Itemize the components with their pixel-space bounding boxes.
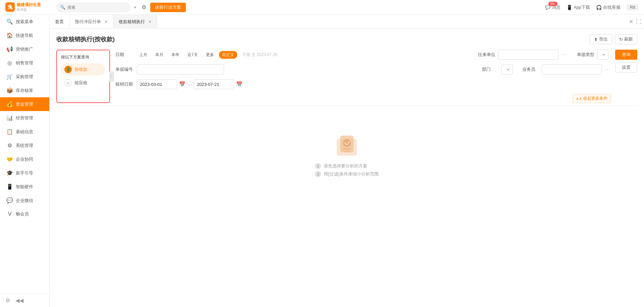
search-input[interactable] [67,5,126,10]
doc-no-input[interactable] [137,64,224,74]
message-button[interactable]: 💬 消息 99+ [545,4,560,10]
doc-type-label: 单据类型 [577,52,594,58]
date-last-7[interactable]: 近7天 [184,51,201,59]
sidebar-item-tutorial[interactable]: 🎓 新手引导 [0,166,49,180]
export-button[interactable]: ⬆ 导出 [590,34,612,44]
filter-collapse-btn[interactable]: 》 [109,71,114,82]
app-icon: 📱 [567,5,572,10]
sidebar-item-marketing[interactable]: 📢 营销推广 [0,42,49,56]
verify-date-end-calendar-icon[interactable]: 📅 [236,81,243,87]
verify-date-range: 📅 — 📅 [137,79,243,89]
sidebar-collapse-icon[interactable]: ◀◀ [15,297,23,304]
sidebar-label-marketing: 营销推广 [16,46,33,52]
search-box[interactable]: 🔍 [56,3,130,12]
hint-num-1: 1 [315,163,321,169]
filter-toggle-button[interactable]: ∧∧ 收起更多条件 [572,94,611,103]
operation-icon: 📊 [6,115,13,121]
export-icon: ⬆ [594,37,598,42]
tab-receipt-verify-close-icon[interactable]: ✕ [148,19,152,24]
query-button[interactable]: 查询 [615,50,637,60]
search-chevron-icon[interactable]: ▾ [134,5,136,10]
hint-text-2: 用[过滤]条件来缩小分析范围 [324,171,378,177]
quick-nav-icon: 🏠 [6,32,13,39]
date-custom[interactable]: 自定义 [219,51,237,59]
hardware-icon: 📱 [6,184,13,190]
tab-prepay[interactable]: 预付冲应付单 ✕ [69,15,113,29]
filter-settings-button[interactable]: 设置 [615,62,637,72]
app-download-button[interactable]: 📱 App下载 [567,4,590,10]
tab-receipt-verify[interactable]: 收款核销执行 ✕ [113,15,157,29]
sidebar-item-hardware[interactable]: 📱 智能硬件 [0,180,49,194]
svg-rect-4 [344,151,350,152]
system-icon: ⚙ [6,142,13,149]
refresh-button[interactable]: ↻ 刷新 [615,34,637,44]
sidebar-item-inventory[interactable]: 📦 库存核算 [0,84,49,97]
verify-date-start-calendar-icon[interactable]: 📅 [179,81,185,87]
settings-icon[interactable]: ⚙ [142,4,146,10]
sidebar-item-wechat[interactable]: 💬 企业微信 [0,194,49,207]
sidebar-settings-icon[interactable]: ⚙ [5,297,10,304]
verify-date-end-input[interactable] [194,79,234,89]
tutorial-icon: 🎓 [6,170,13,176]
dept-select[interactable] [501,64,513,74]
staff-input[interactable] [542,64,602,74]
inventory-icon: 📦 [6,87,13,94]
sidebar-item-search-menu[interactable]: 🔍 搜索菜单 [0,15,49,29]
date-label: 日期 [115,52,132,58]
counterparty-more-icon[interactable]: ··· [561,52,568,58]
date-last-month[interactable]: 上月 [136,51,150,59]
sidebar-item-quick-nav[interactable]: 🏠 快捷导航 [0,29,49,42]
hint-num-2: 2 [315,171,321,177]
tab-close-btn[interactable]: ✕ [629,18,633,25]
sidebar-label-enterprise: 企业协同 [16,156,33,162]
svg-rect-3 [343,148,351,150]
page-header: 收款核销执行(按收款) ⬆ 导出 ↻ 刷新 [56,34,637,44]
content-area: 首页 预付冲应付单 ✕ 收款核销执行 ✕ ✕ ⛶ 收款核销执行(按收款) [50,15,644,307]
date-buttons: 上月 本月 本年 近7天 更多 自定义 [136,51,237,59]
date-this-year[interactable]: 本年 [168,51,182,59]
page-content: 收款核销执行(按收款) ⬆ 导出 ↻ 刷新 [50,29,644,307]
empty-illustration [330,129,364,159]
top-bar-right: 💬 消息 99+ 📱 App下载 🎧 在线客服 Rit [545,4,639,10]
user-profile[interactable]: Rit [627,4,639,10]
sidebar-item-finance[interactable]: 💰 资金管理 [0,97,49,111]
sidebar-label-finance: 资金管理 [16,101,33,107]
staff-more-icon[interactable]: ··· [605,66,611,72]
search-icon: 🔍 [60,5,65,10]
sidebar-item-sales[interactable]: ◎ 销售管理 [0,56,49,70]
tab-home[interactable]: 首页 [50,15,69,29]
sidebar-item-operation[interactable]: 📊 经营管理 [0,111,49,125]
online-service-button[interactable]: 🎧 在线客服 [596,4,621,10]
sidebar-label-hardware: 智能硬件 [16,184,33,190]
export-label: 导出 [599,36,608,42]
verify-date-start-input[interactable] [137,79,177,89]
tab-prepay-close-icon[interactable]: ✕ [104,19,108,24]
sidebar-label-tutorial: 新手引导 [16,170,33,176]
sidebar-item-basic-info[interactable]: 📋 基础信息 [0,125,49,139]
sidebar-label-wechat: 企业微信 [16,198,33,204]
date-more[interactable]: 更多 [203,51,217,59]
filter-right-area: 日期 上月 本月 本年 近7天 更多 自定义 不限 至 2023-07-26 [115,50,637,103]
filter-toggle-row: ∧∧ 收起更多条件 [115,94,611,103]
date-this-month[interactable]: 本月 [152,51,166,59]
by-receipt-label: 按收款 [74,66,88,72]
sidebar-item-enterprise[interactable]: 🤝 企业协同 [0,152,49,166]
industry-button[interactable]: 休验行业方案 [150,3,186,12]
enterprise-icon: 🤝 [6,156,13,162]
filter-option-by-receivable[interactable]: ◷ 按应收 [61,77,105,89]
doc-type-select[interactable] [597,50,608,60]
filter-option-by-receipt[interactable]: 💲 按收款 [61,63,105,75]
counterparty-input[interactable] [498,50,558,60]
sidebar: 🔍 搜索菜单 🏠 快捷导航 📢 营销推广 ◎ 销售管理 🛒 采购管理 📦 库存核… [0,15,50,307]
dept-row: 部门 [482,64,513,74]
tab-bar: 首页 预付冲应付单 ✕ 收款核销执行 ✕ ✕ ⛶ [50,15,644,29]
page-title: 收款核销执行(按收款) [56,35,115,43]
staff-row: 业务员 ··· [522,64,611,74]
sidebar-label-operation: 经营管理 [16,115,33,121]
sidebar-item-system[interactable]: ⚙ 系统管理 [0,139,49,152]
tab-expand-btn[interactable]: ⛶ [636,19,641,25]
sidebar-item-purchase[interactable]: 🛒 采购管理 [0,70,49,84]
sidebar-label-system: 系统管理 [16,143,33,149]
refresh-label: 刷新 [624,36,633,42]
sidebar-item-member[interactable]: V 畅会员 [0,207,49,221]
